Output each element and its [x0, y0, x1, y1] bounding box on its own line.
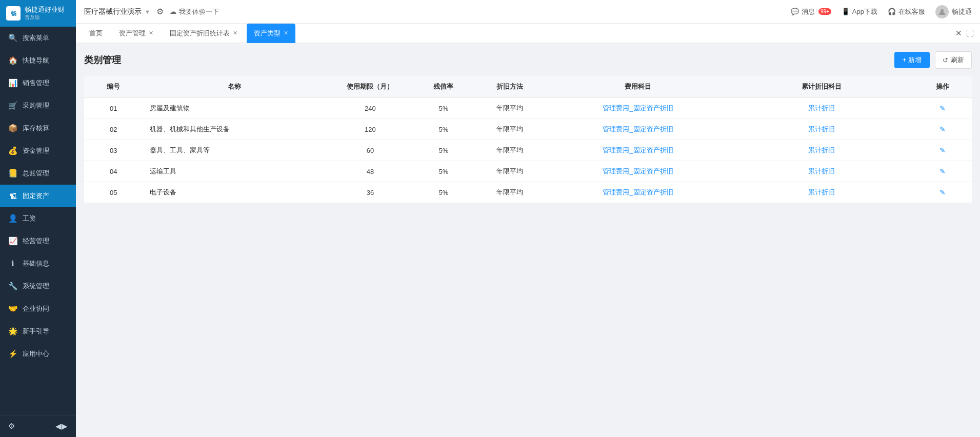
- edit-button[interactable]: ✎: [939, 146, 946, 154]
- cell-expense[interactable]: 管理费用_固定资产折旧: [546, 182, 730, 203]
- cell-period: 240: [326, 98, 414, 119]
- tab-asset-type[interactable]: 资产类型 ✕: [247, 24, 295, 43]
- cell-expense[interactable]: 管理费用_固定资产折旧: [546, 140, 730, 161]
- edit-button[interactable]: ✎: [939, 167, 946, 175]
- sidebar-item-finance[interactable]: 💰 资金管理: [0, 140, 76, 162]
- ledger-icon: 📒: [8, 169, 17, 178]
- sidebar-item-search[interactable]: 🔍 搜索菜单: [0, 27, 76, 49]
- search-icon: 🔍: [8, 33, 17, 43]
- expand-tab-action[interactable]: ⛶: [966, 29, 974, 37]
- sidebar-item-enterprise[interactable]: 🤝 企业协同: [0, 297, 76, 320]
- app-download-label: App下载: [852, 7, 877, 16]
- app-edition: 普及版: [25, 14, 65, 21]
- close-tab-action[interactable]: ✕: [955, 29, 962, 38]
- user-menu[interactable]: 畅捷通: [935, 5, 972, 18]
- system-icon: 🔧: [8, 282, 17, 291]
- sidebar-item-purchase[interactable]: 🛒 采购管理: [0, 94, 76, 117]
- app-name: 畅捷通好业财: [25, 6, 65, 14]
- cell-accumulated[interactable]: 累计折旧: [730, 182, 913, 203]
- edit-button[interactable]: ✎: [939, 104, 946, 112]
- topbar-settings-icon[interactable]: ⚙: [156, 7, 164, 16]
- cell-id: 03: [84, 140, 143, 161]
- edit-button[interactable]: ✎: [939, 125, 946, 133]
- cell-method: 年限平均: [473, 161, 546, 182]
- sidebar-item-sales[interactable]: 📊 销售管理: [0, 72, 76, 94]
- dropdown-icon: ▼: [145, 9, 150, 15]
- sidebar-item-app-center[interactable]: ⚡ 应用中心: [0, 343, 76, 365]
- tab-close-icon[interactable]: ✕: [233, 30, 237, 36]
- sidebar-item-label: 新手引导: [23, 327, 49, 336]
- messages-button[interactable]: 💬 消息 99+: [791, 7, 831, 16]
- purchase-icon: 🛒: [8, 101, 17, 110]
- tab-asset-type-label: 资产类型: [254, 29, 281, 38]
- sidebar-item-label: 应用中心: [23, 349, 49, 359]
- cell-period: 48: [326, 161, 414, 182]
- sidebar-item-label: 销售管理: [23, 78, 49, 88]
- app-center-icon: ⚡: [8, 349, 17, 359]
- col-expense: 费用科目: [546, 76, 730, 98]
- table-row: 01 房屋及建筑物 240 5% 年限平均 管理费用_固定资产折旧 累计折旧 ✎: [84, 98, 972, 119]
- cell-residual: 5%: [414, 119, 473, 140]
- refresh-button[interactable]: ↺ 刷新: [935, 51, 972, 69]
- sidebar-item-ledger[interactable]: 📒 总账管理: [0, 162, 76, 185]
- sales-icon: 📊: [8, 78, 17, 88]
- cell-name: 器具、工具、家具等: [143, 140, 326, 161]
- cell-accumulated[interactable]: 累计折旧: [730, 119, 913, 140]
- cell-residual: 5%: [414, 182, 473, 203]
- topbar-right: 💬 消息 99+ 📱 App下载 🎧 在线客服 畅捷通: [791, 5, 972, 18]
- settings-footer-icon[interactable]: ⚙: [8, 422, 15, 431]
- sidebar-item-inventory[interactable]: 📦 库存核算: [0, 117, 76, 140]
- cell-accumulated[interactable]: 累计折旧: [730, 140, 913, 161]
- app-download-button[interactable]: 📱 App下载: [842, 7, 877, 16]
- col-accumulated: 累计折旧科目: [730, 76, 913, 98]
- col-name: 名称: [143, 76, 326, 98]
- sidebar-item-quick-nav[interactable]: 🏠 快捷导航: [0, 49, 76, 72]
- cell-expense[interactable]: 管理费用_固定资产折旧: [546, 98, 730, 119]
- message-icon: 💬: [791, 8, 799, 15]
- cell-accumulated[interactable]: 累计折旧: [730, 98, 913, 119]
- sidebar-item-label: 企业协同: [23, 304, 49, 313]
- cell-period: 36: [326, 182, 414, 203]
- new-button[interactable]: + 新增: [894, 52, 930, 68]
- cell-expense[interactable]: 管理费用_固定资产折旧: [546, 119, 730, 140]
- sidebar-item-payroll[interactable]: 👤 工资: [0, 207, 76, 230]
- tab-asset-management-label: 资产管理: [119, 29, 146, 38]
- content-area: 类别管理 + 新增 ↺ 刷新 编号 名称 使用期限（月） 残值率 折旧方法: [76, 43, 980, 437]
- sidebar-item-fixed-assets[interactable]: 🏗 固定资产: [0, 185, 76, 207]
- collapse-icon[interactable]: ◀▶: [55, 422, 68, 431]
- inventory-icon: 📦: [8, 124, 17, 133]
- tab-asset-management[interactable]: 资产管理 ✕: [112, 24, 161, 43]
- main-area: 医疗器械行业演示 ▼ ⚙ ☁ 我要体验一下 💬 消息 99+ 📱 App下载 🎧…: [76, 0, 980, 437]
- sidebar-item-operations[interactable]: 📈 经营管理: [0, 230, 76, 252]
- cell-accumulated[interactable]: 累计折旧: [730, 161, 913, 182]
- messages-badge: 99+: [818, 8, 831, 15]
- edit-button[interactable]: ✎: [939, 188, 946, 196]
- page-header: 类别管理 + 新增 ↺ 刷新: [84, 51, 972, 69]
- tab-home[interactable]: 首页: [82, 24, 110, 43]
- topbar: 医疗器械行业演示 ▼ ⚙ ☁ 我要体验一下 💬 消息 99+ 📱 App下载 🎧…: [76, 0, 980, 24]
- guide-icon: 🌟: [8, 327, 17, 336]
- company-title[interactable]: 医疗器械行业演示 ▼: [84, 7, 150, 16]
- col-method: 折旧方法: [473, 76, 546, 98]
- refresh-icon: ↺: [943, 56, 948, 64]
- online-service-button[interactable]: 🎧 在线客服: [888, 7, 925, 16]
- sidebar-footer: ⚙ ◀▶: [0, 415, 76, 437]
- messages-label: 消息: [802, 7, 815, 16]
- tab-close-icon[interactable]: ✕: [284, 30, 288, 36]
- cell-expense[interactable]: 管理费用_固定资产折旧: [546, 161, 730, 182]
- trial-button[interactable]: ☁ 我要体验一下: [170, 7, 219, 16]
- sidebar-item-basic-info[interactable]: ℹ 基础信息: [0, 252, 76, 275]
- cell-id: 01: [84, 98, 143, 119]
- online-service-label: 在线客服: [898, 7, 925, 16]
- sidebar-item-label: 工资: [23, 214, 36, 223]
- cell-name: 房屋及建筑物: [143, 98, 326, 119]
- tab-close-icon[interactable]: ✕: [149, 30, 153, 36]
- col-period: 使用期限（月）: [326, 76, 414, 98]
- col-residual: 残值率: [414, 76, 473, 98]
- cell-id: 02: [84, 119, 143, 140]
- cell-name: 运输工具: [143, 161, 326, 182]
- tab-depreciation-report[interactable]: 固定资产折旧统计表 ✕: [163, 24, 245, 43]
- sidebar-item-guide[interactable]: 🌟 新手引导: [0, 320, 76, 343]
- sidebar-item-system[interactable]: 🔧 系统管理: [0, 275, 76, 297]
- cell-method: 年限平均: [473, 140, 546, 161]
